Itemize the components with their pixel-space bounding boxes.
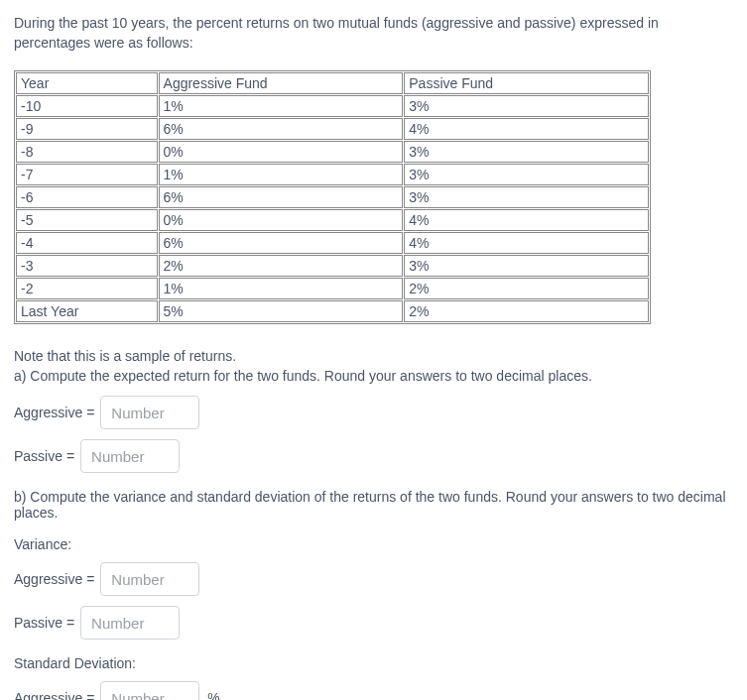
table-row: -9 6% 4% [16, 118, 649, 140]
table-row: -3 2% 3% [16, 255, 649, 277]
cell-aggressive: 1% [159, 164, 404, 185]
cell-passive: 3% [404, 95, 649, 117]
cell-year: Last Year [16, 300, 158, 322]
table-row: Last Year 5% 2% [16, 300, 649, 322]
header-year: Year [16, 72, 158, 94]
label-aggressive: Aggressive = [14, 690, 94, 700]
label-passive: Passive = [14, 448, 74, 464]
cell-aggressive: 6% [159, 232, 404, 254]
table-header-row: Year Aggressive Fund Passive Fund [16, 72, 649, 94]
cell-passive: 3% [404, 255, 649, 277]
table-row: -8 0% 3% [16, 141, 649, 163]
label-std-dev: Standard Deviation: [14, 655, 733, 671]
input-passive-variance[interactable] [80, 606, 180, 640]
note-text: Note that this is a sample of returns. [14, 348, 733, 364]
cell-aggressive: 2% [159, 255, 404, 277]
label-aggressive: Aggressive = [14, 405, 94, 420]
cell-year: -8 [16, 141, 158, 163]
input-aggressive-stddev[interactable] [100, 681, 199, 700]
cell-year: -9 [16, 118, 158, 140]
cell-year: -7 [16, 164, 158, 185]
question-a: a) Compute the expected return for the t… [14, 368, 733, 384]
cell-passive: 4% [404, 232, 649, 254]
header-passive: Passive Fund [404, 72, 649, 94]
cell-year: -2 [16, 278, 158, 299]
intro-text: During the past 10 years, the percent re… [14, 14, 733, 53]
cell-aggressive: 1% [159, 95, 404, 117]
input-aggressive-variance[interactable] [100, 562, 199, 596]
cell-aggressive: 5% [159, 300, 404, 322]
label-aggressive: Aggressive = [14, 571, 94, 587]
input-aggressive-return[interactable] [100, 396, 199, 429]
percent-suffix: % [207, 690, 219, 700]
cell-aggressive: 0% [159, 141, 404, 163]
cell-year: -4 [16, 232, 158, 254]
cell-passive: 2% [404, 278, 649, 299]
table-row: -2 1% 2% [16, 278, 649, 299]
cell-year: -10 [16, 95, 158, 117]
cell-year: -3 [16, 255, 158, 277]
table-row: -5 0% 4% [16, 209, 649, 231]
cell-passive: 3% [404, 164, 649, 185]
question-b: b) Compute the variance and standard dev… [14, 489, 733, 521]
cell-year: -6 [16, 186, 158, 208]
table-row: -10 1% 3% [16, 95, 649, 117]
cell-aggressive: 6% [159, 118, 404, 140]
returns-table: Year Aggressive Fund Passive Fund -10 1%… [14, 70, 651, 324]
cell-aggressive: 1% [159, 278, 404, 299]
cell-passive: 4% [404, 118, 649, 140]
cell-year: -5 [16, 209, 158, 231]
table-row: -6 6% 3% [16, 186, 649, 208]
input-passive-return[interactable] [80, 439, 180, 473]
header-aggressive: Aggressive Fund [159, 72, 404, 94]
label-variance: Variance: [14, 536, 733, 552]
cell-passive: 4% [404, 209, 649, 231]
label-passive: Passive = [14, 615, 74, 631]
cell-passive: 3% [404, 141, 649, 163]
cell-aggressive: 0% [159, 209, 404, 231]
table-row: -7 1% 3% [16, 164, 649, 185]
cell-passive: 3% [404, 186, 649, 208]
cell-aggressive: 6% [159, 186, 404, 208]
cell-passive: 2% [404, 300, 649, 322]
table-row: -4 6% 4% [16, 232, 649, 254]
